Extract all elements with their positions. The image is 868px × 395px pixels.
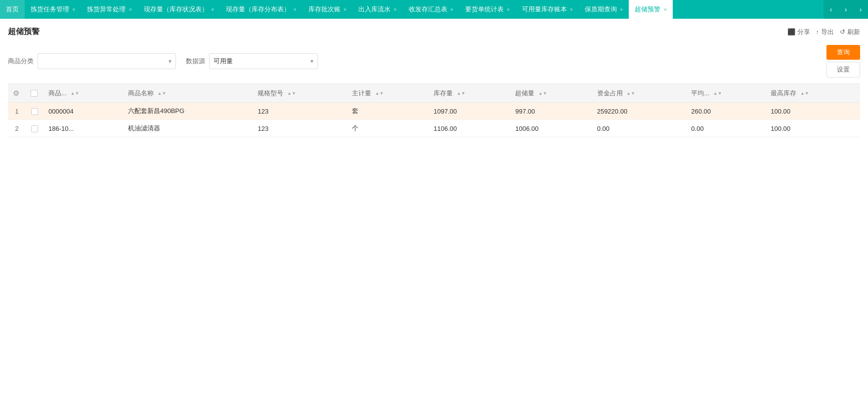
- nav-item-拣货任务管理[interactable]: 拣货任务管理×: [25, 0, 81, 19]
- nav-item-收发存汇总表[interactable]: 收发存汇总表×: [403, 0, 459, 19]
- nav-item-label: 收发存汇总表: [409, 5, 447, 14]
- share-label: 分享: [797, 28, 810, 37]
- nav-close-icon[interactable]: ×: [72, 6, 75, 12]
- col-unit-header: 主计量 ▲▼: [347, 84, 429, 103]
- nav-arrows: ‹ › ›: [824, 0, 868, 19]
- row-checkbox[interactable]: [31, 108, 38, 115]
- nav-item-label: 可用量库存账本: [522, 5, 567, 14]
- nav-item-label: 首页: [6, 5, 19, 14]
- datasource-select[interactable]: 可用量 ▾: [209, 53, 318, 69]
- nav-item-可用量库存账本[interactable]: 可用量库存账本×: [516, 0, 579, 19]
- nav-close-icon[interactable]: ×: [344, 6, 347, 12]
- nav-item-现存量-库存状况表-[interactable]: 现存量（库存状况表）×: [138, 0, 220, 19]
- header-checkbox[interactable]: [31, 90, 38, 97]
- over-stock-cell: 1006.00: [510, 120, 592, 137]
- col-spec-header: 规格型号 ▲▼: [253, 84, 347, 103]
- nav-close-icon[interactable]: ×: [570, 6, 573, 12]
- col-stock-label: 库存量: [434, 89, 453, 97]
- capital-cell: 0.00: [592, 120, 687, 137]
- datasource-filter: 数据源 可用量 ▾: [186, 53, 318, 69]
- refresh-icon: ↺: [840, 28, 845, 36]
- avg-cell: 0.00: [686, 120, 766, 137]
- refresh-label: 刷新: [847, 28, 860, 37]
- col-product-code-sort-icon[interactable]: ▲▼: [70, 91, 79, 96]
- col-product-name-sort-icon[interactable]: ▲▼: [158, 91, 167, 96]
- nav-item-label: 超储预警: [635, 5, 660, 14]
- share-button[interactable]: ⬛ 分享: [787, 28, 810, 37]
- col-avg-sort-icon[interactable]: ▲▼: [713, 91, 722, 96]
- nav-close-icon[interactable]: ×: [211, 6, 214, 12]
- col-stock-sort-icon[interactable]: ▲▼: [457, 91, 466, 96]
- nav-item-超储预警[interactable]: 超储预警×: [629, 0, 672, 19]
- col-avg-header: 平均... ▲▼: [686, 84, 766, 103]
- capital-cell: 259220.00: [592, 103, 687, 120]
- category-label: 商品分类: [8, 57, 34, 66]
- nav-more-arrow[interactable]: ›: [853, 0, 868, 19]
- filter-buttons: 查询 设置: [826, 45, 860, 78]
- settings-gear-icon[interactable]: ⚙: [13, 89, 19, 97]
- col-overstock-header: 超储量 ▲▼: [510, 84, 592, 103]
- over-stock-cell: 997.00: [510, 103, 592, 120]
- category-arrow-icon: ▾: [169, 58, 172, 65]
- col-capital-label: 资金占用: [597, 89, 623, 97]
- row-checkbox-cell: [26, 120, 43, 137]
- col-unit-label: 主计量: [352, 89, 371, 97]
- table-header-row: ⚙ 商品... ▲▼ 商品名称 ▲▼ 规格型号 ▲▼ 主计: [8, 84, 860, 103]
- set-button[interactable]: 设置: [826, 62, 860, 78]
- table-row: 2186-10...机油滤清器123个1106.001006.000.000.0…: [8, 120, 860, 137]
- table-row: 10000004六配套新昌490BPG123套1097.00997.002592…: [8, 103, 860, 120]
- nav-item-拣货异常处理[interactable]: 拣货异常处理×: [81, 0, 137, 19]
- spec-cell: 123: [253, 120, 347, 137]
- export-icon: ↑: [816, 28, 820, 36]
- col-capital-sort-icon[interactable]: ▲▼: [626, 91, 635, 96]
- nav-close-icon[interactable]: ×: [129, 6, 131, 12]
- nav-close-icon[interactable]: ×: [663, 6, 666, 12]
- col-maxstock-header: 最高库存 ▲▼: [766, 84, 860, 103]
- col-overstock-label: 超储量: [515, 89, 534, 97]
- nav-item-库存批次账[interactable]: 库存批次账×: [303, 0, 352, 19]
- page-header: 超储预警 ⬛ 分享 ↑ 导出 ↺ 刷新: [8, 27, 860, 37]
- nav-item-要货单统计表[interactable]: 要货单统计表×: [459, 0, 516, 19]
- col-maxstock-sort-icon[interactable]: ▲▼: [800, 91, 809, 96]
- export-label: 导出: [821, 28, 834, 37]
- datasource-arrow-icon: ▾: [310, 58, 313, 65]
- col-capital-header: 资金占用 ▲▼: [592, 84, 687, 103]
- col-spec-sort-icon[interactable]: ▲▼: [287, 91, 296, 96]
- category-select[interactable]: ▾: [38, 53, 176, 69]
- nav-prev-arrow[interactable]: ‹: [824, 0, 838, 19]
- export-button[interactable]: ↑ 导出: [816, 28, 834, 37]
- nav-item-首页[interactable]: 首页: [0, 0, 25, 19]
- col-product-name-label: 商品名称: [128, 89, 154, 97]
- data-table: ⚙ 商品... ▲▼ 商品名称 ▲▼ 规格型号 ▲▼ 主计: [8, 83, 860, 137]
- unit-cell: 套: [347, 103, 429, 120]
- col-product-code-header: 商品... ▲▼: [43, 84, 123, 103]
- nav-close-icon[interactable]: ×: [393, 6, 396, 12]
- nav-next-arrow[interactable]: ›: [838, 0, 853, 19]
- refresh-button[interactable]: ↺ 刷新: [840, 28, 860, 37]
- col-settings-header: ⚙: [8, 84, 26, 103]
- datasource-value: 可用量: [214, 57, 233, 66]
- row-settings-cell: 1: [8, 103, 26, 120]
- query-button[interactable]: 查询: [826, 45, 860, 60]
- filter-row: 商品分类 ▾ 数据源 可用量 ▾ 查询 设置: [8, 45, 860, 78]
- nav-close-icon[interactable]: ×: [507, 6, 510, 12]
- nav-close-icon[interactable]: ×: [450, 6, 453, 12]
- col-stock-header: 库存量 ▲▼: [429, 84, 510, 103]
- row-checkbox[interactable]: [31, 125, 38, 132]
- max-stock-cell: 100.00: [766, 103, 860, 120]
- category-filter: 商品分类 ▾: [8, 53, 176, 69]
- col-overstock-sort-icon[interactable]: ▲▼: [538, 91, 547, 96]
- nav-item-出入库流水[interactable]: 出入库流水×: [352, 0, 402, 19]
- col-maxstock-label: 最高库存: [771, 89, 796, 97]
- col-avg-label: 平均...: [691, 89, 709, 97]
- datasource-label: 数据源: [186, 57, 205, 66]
- nav-close-icon[interactable]: ×: [620, 6, 623, 12]
- stock-cell: 1106.00: [429, 120, 510, 137]
- nav-item-现存量-库存分布表-[interactable]: 现存量（库存分布表）×: [220, 0, 302, 19]
- col-unit-sort-icon[interactable]: ▲▼: [375, 91, 384, 96]
- nav-close-icon[interactable]: ×: [293, 6, 296, 12]
- row-checkbox-cell: [26, 103, 43, 120]
- nav-item-保质期查询[interactable]: 保质期查询×: [579, 0, 629, 19]
- unit-cell: 个: [347, 120, 429, 137]
- stock-cell: 1097.00: [429, 103, 510, 120]
